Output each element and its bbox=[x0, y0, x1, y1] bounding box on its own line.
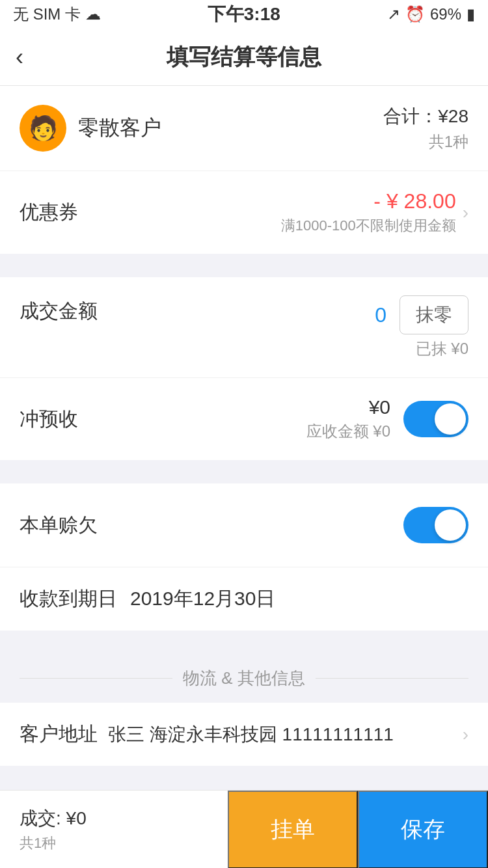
bottom-bar: 成交: ¥0 共1种 挂单 保存 bbox=[0, 790, 488, 868]
deal-amount-section: 成交金额 0 抹零 已抹 ¥0 冲预收 ¥0 应收金额 ¥0 bbox=[0, 277, 488, 460]
bottom-count: 共1种 bbox=[20, 834, 208, 853]
due-date-label: 收款到期日 bbox=[20, 586, 117, 612]
page-title: 填写结算等信息 bbox=[167, 42, 321, 72]
status-time: 下午3:18 bbox=[208, 2, 280, 27]
address-chevron-icon: › bbox=[463, 724, 468, 745]
due-date-value: 2019年12月30日 bbox=[130, 586, 275, 612]
status-bar: 无 SIM 卡 ☁ 下午3:18 ↗ ⏰ 69% ▮ bbox=[0, 0, 488, 29]
save-button[interactable]: 保存 bbox=[358, 791, 488, 869]
prepay-right: ¥0 应收金额 ¥0 bbox=[306, 396, 468, 442]
prepay-row: 冲预收 ¥0 应收金额 ¥0 bbox=[0, 378, 488, 460]
debit-toggle[interactable] bbox=[403, 507, 468, 543]
avatar: 🧑 bbox=[20, 105, 66, 152]
deal-amount-row: 成交金额 0 抹零 已抹 ¥0 bbox=[0, 277, 488, 378]
address-label: 客户地址 bbox=[20, 721, 98, 748]
debit-section: 本单赊欠 收款到期日 2019年12月30日 bbox=[0, 483, 488, 631]
sim-status: 无 SIM 卡 ☁ bbox=[13, 4, 101, 25]
toggle-knob bbox=[435, 403, 466, 435]
bottom-deal-label: 成交: bbox=[20, 808, 61, 828]
pending-button[interactable]: 挂单 bbox=[228, 791, 358, 869]
battery-level: 69% bbox=[430, 5, 461, 23]
customer-count: 共1种 bbox=[383, 131, 468, 152]
bottom-info: 成交: ¥0 共1种 bbox=[0, 806, 228, 853]
logistics-label: 物流 & 其他信息 bbox=[183, 667, 305, 690]
coupon-row[interactable]: 优惠券 - ¥ 28.00 满1000-100不限制使用金额 › bbox=[0, 170, 488, 254]
prepay-amount-area: ¥0 应收金额 ¥0 bbox=[306, 396, 390, 442]
customer-section: 🧑 零散客户 合计：¥28 共1种 优惠券 - ¥ 28.00 满1000-10… bbox=[0, 86, 488, 254]
section-divider-2 bbox=[0, 472, 488, 483]
chevron-right-icon: › bbox=[463, 202, 468, 223]
header-line-left bbox=[20, 678, 172, 679]
nav-bar: ‹ 填写结算等信息 bbox=[0, 29, 488, 86]
customer-info: 🧑 零散客户 bbox=[20, 105, 161, 152]
prepay-amount: ¥0 bbox=[306, 396, 390, 418]
due-date-row[interactable]: 收款到期日 2019年12月30日 bbox=[0, 567, 488, 631]
bottom-deal-row: 成交: ¥0 bbox=[20, 806, 208, 831]
deal-amount-controls: 0 抹零 bbox=[375, 295, 468, 334]
avatar-icon: 🧑 bbox=[29, 115, 58, 142]
address-section: 客户地址 张三 海淀永丰科技园 11111111111 › bbox=[0, 703, 488, 766]
status-right: ↗ ⏰ 69% ▮ bbox=[387, 5, 475, 23]
logistics-header: 物流 & 其他信息 bbox=[0, 654, 488, 703]
deal-amount-right: 0 抹零 已抹 ¥0 bbox=[375, 295, 468, 359]
prepay-toggle[interactable] bbox=[403, 401, 468, 437]
coupon-amount: - ¥ 28.00 bbox=[281, 189, 456, 213]
deal-amount-label: 成交金额 bbox=[20, 295, 98, 325]
prepay-label: 冲预收 bbox=[20, 406, 78, 433]
coupon-desc: 满1000-100不限制使用金额 bbox=[281, 216, 456, 236]
section-divider-3 bbox=[0, 642, 488, 654]
customer-total: 合计：¥28 bbox=[383, 104, 468, 129]
status-left: 无 SIM 卡 ☁ bbox=[13, 4, 101, 25]
coupon-detail: - ¥ 28.00 满1000-100不限制使用金额 bbox=[281, 189, 456, 236]
address-row[interactable]: 客户地址 张三 海淀永丰科技园 11111111111 › bbox=[0, 703, 488, 766]
alarm-icon: ⏰ bbox=[405, 5, 425, 23]
debit-label: 本单赊欠 bbox=[20, 512, 98, 539]
location-icon: ↗ bbox=[387, 5, 400, 23]
debit-row: 本单赊欠 bbox=[0, 483, 488, 567]
customer-row: 🧑 零散客户 合计：¥28 共1种 bbox=[0, 86, 488, 170]
prepay-sub: 应收金额 ¥0 bbox=[306, 421, 390, 442]
customer-right: 合计：¥28 共1种 bbox=[383, 104, 468, 152]
debit-toggle-knob bbox=[435, 509, 466, 541]
section-divider-1 bbox=[0, 265, 488, 277]
round-zero-button[interactable]: 抹零 bbox=[400, 295, 468, 334]
battery-icon: ▮ bbox=[467, 5, 475, 23]
address-value: 张三 海淀永丰科技园 11111111111 bbox=[98, 722, 463, 747]
back-button[interactable]: ‹ bbox=[16, 44, 23, 71]
coupon-right: - ¥ 28.00 满1000-100不限制使用金额 › bbox=[281, 189, 468, 236]
coupon-label: 优惠券 bbox=[20, 199, 78, 226]
customer-name: 零散客户 bbox=[78, 114, 161, 142]
deal-amount-value[interactable]: 0 bbox=[375, 303, 386, 327]
deal-amount-sub: 已抹 ¥0 bbox=[375, 338, 468, 359]
header-line-right bbox=[316, 678, 468, 679]
bottom-deal-value: ¥0 bbox=[66, 808, 87, 828]
